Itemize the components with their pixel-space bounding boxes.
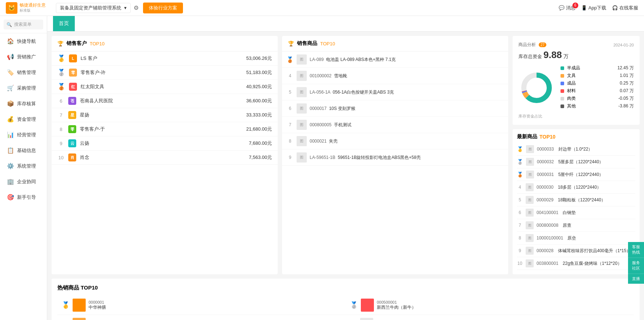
product-thumbnail: 图 xyxy=(526,234,534,242)
chart-icon: 📊 xyxy=(7,131,14,138)
customer-amount: 51,183.00元 xyxy=(246,69,272,76)
rank-number: 9 xyxy=(286,155,294,160)
search-menu-btn[interactable]: 🔍 搜索菜单 xyxy=(4,20,43,29)
sidebar-item-label: 新手引导 xyxy=(17,194,36,201)
sidebar-item-finance[interactable]: 💰 资金管理 xyxy=(0,111,47,127)
rank-number: 7 xyxy=(57,112,65,118)
new-product-row: 🥉 图 0000031 5厘中纤（1220*2440） xyxy=(517,168,635,181)
sidebar-item-marketing[interactable]: 📢 营销推广 xyxy=(0,49,47,65)
analysis-badge: 27 xyxy=(539,42,546,47)
product-name: 59651-1B旋转投影灯电池盒ABS黑色+58壳 xyxy=(337,155,421,160)
customer-badge: 肖 xyxy=(68,153,76,161)
dot-semifinished xyxy=(561,66,564,70)
customer-badge: 红 xyxy=(69,83,77,91)
customer-badge: 零 xyxy=(69,69,77,77)
system-name: 装备及固定资产辅助管理系统 xyxy=(60,5,121,11)
app-download-btn[interactable]: 📱 App下载 xyxy=(581,5,606,11)
sidebar-item-operation[interactable]: 📊 经营管理 xyxy=(0,127,47,143)
product-name: 手机测试 xyxy=(333,122,351,127)
product-info: 000800005 手机测试 xyxy=(310,122,504,128)
product-name: 18颗粒板（1220*2440） xyxy=(558,197,635,203)
sidebar-item-purchase[interactable]: 🛒 采购管理 xyxy=(0,80,47,96)
sidebar-item-guide[interactable]: 🎯 新手引导 xyxy=(0,189,47,205)
home-tab[interactable]: 首页 xyxy=(53,16,75,31)
search-icon: 🔍 xyxy=(7,22,12,27)
sales-table-row: 7 星 星扬 33,333.00元 xyxy=(52,108,278,122)
logo-badge: 标准版 xyxy=(20,8,46,13)
product-image: 图 xyxy=(297,136,307,146)
cart-icon: 🛒 xyxy=(7,85,14,91)
product-image: 图 xyxy=(297,71,307,81)
phone-icon: 📱 xyxy=(581,5,587,11)
sidebar-item-label: 快捷导航 xyxy=(17,38,36,45)
rank-number: 5 xyxy=(517,197,523,202)
product-code: 0000029 xyxy=(537,197,554,202)
chart-area: 半成品 12.45 万 文具 1.01 万 xyxy=(518,65,634,111)
product-code: LA-056-1A xyxy=(310,90,330,95)
hot-product-row: 🥉 0000002 智利车子里（规格不知道填什么） xyxy=(57,315,346,320)
rank-medal: 🥉 xyxy=(57,83,65,91)
sidebar-item-basic[interactable]: 📋 基础信息 xyxy=(0,143,47,158)
customer-amount: 21,680.00元 xyxy=(246,126,272,132)
customer-amount: 33,333.00元 xyxy=(246,112,272,118)
product-info: LA-089 电池盖 LA-089 ABS本色+黑种 7.1克 xyxy=(310,57,504,63)
product-table-row: 4 图 001000002 雪地靴 xyxy=(282,68,508,84)
sidebar-item-label: 营销推广 xyxy=(17,54,36,60)
service-btn[interactable]: 🎧 在线客服 xyxy=(612,5,638,11)
headset-icon: 🎧 xyxy=(612,5,618,11)
system-selector[interactable]: 装备及固定资产辅助管理系统 ▾ xyxy=(56,3,131,13)
dot-material xyxy=(561,89,564,93)
sales-table-row: 🥇 L LS 客户 53,006.26元 xyxy=(52,52,278,66)
product-table-row: 🥉 图 LA-089 电池盖 LA-089 ABS本色+黑种 7.1克 xyxy=(282,52,508,68)
message-icon: 💬 xyxy=(559,5,564,11)
hot-product-name: 中华神膳 xyxy=(89,304,341,311)
message-badge: 6 xyxy=(572,3,578,8)
hot-product-row: 4 图 01 45# xyxy=(346,315,634,320)
product-code: 003800001 xyxy=(537,261,558,266)
box-icon: 📦 xyxy=(7,100,14,107)
product-ranking-title: 销售商品 xyxy=(297,40,317,47)
hot-product-code: 000500001 xyxy=(377,300,629,304)
rank-number: 6 xyxy=(517,210,523,215)
community-btn[interactable]: 服务社区 xyxy=(628,258,644,274)
sidebar-item-label: 资金管理 xyxy=(17,116,36,123)
settings-icon[interactable]: ⚙ xyxy=(134,4,139,11)
product-thumbnail: 图 xyxy=(526,183,534,191)
logo-area: 🐱 畅捷通好生意 标准版 xyxy=(6,2,53,14)
hot-product-image xyxy=(73,299,86,312)
new-products-panel: 最新商品 TOP10 🥇 图 0000033 封边带（1.0*22） 🥈 图 0… xyxy=(513,129,640,274)
sidebar-search-area[interactable]: 🔍 搜索菜单 xyxy=(0,16,47,33)
product-info: LA-056-1A 056-1A白色按键开关盖ABS 3克 xyxy=(310,89,504,95)
product-name: 原垒 xyxy=(567,235,635,241)
dot-meat xyxy=(561,97,564,100)
product-thumbnail: 图 xyxy=(526,158,534,166)
product-name: 电池盖 LA-089 ABS本色+黑种 7.1克 xyxy=(325,57,396,62)
message-btn[interactable]: 💬 消息 6 xyxy=(559,5,575,11)
live-btn[interactable]: 直播 xyxy=(628,274,644,284)
sidebar-item-inventory[interactable]: 📦 库存核算 xyxy=(0,96,47,111)
rank-number: 6 xyxy=(286,106,294,111)
list-icon: 📋 xyxy=(7,147,14,154)
sidebar-item-sales[interactable]: 🏷️ 销售管理 xyxy=(0,65,47,80)
rank-number: 10 xyxy=(57,155,65,160)
customer-service-btn[interactable]: 客服热线 xyxy=(628,242,644,258)
product-name: 夹壳 xyxy=(328,139,338,144)
sidebar-item-company[interactable]: 🏢 企业协同 xyxy=(0,174,47,189)
customer-amount: 36,600.00元 xyxy=(246,98,272,104)
customer-name: 肖念 xyxy=(80,154,245,161)
sidebar-item-label: 经营管理 xyxy=(17,132,36,138)
customer-amount: 53,006.26元 xyxy=(246,55,272,62)
rank-number: 10 xyxy=(517,261,523,266)
new-product-row: 8 图 10000100001 原垒 xyxy=(517,232,635,245)
sidebar-item-label: 采购管理 xyxy=(17,85,36,91)
inventory-unit: 万 xyxy=(563,53,568,60)
sidebar-item-nav[interactable]: 🏠 快捷导航 xyxy=(0,33,47,49)
product-name: 056-1A白色按键开关盖ABS 3克 xyxy=(331,90,394,95)
sales-ranking-panel: 🏆 销售客户 TOP10 🥇 L LS 客户 53,006.26元 🥈 零 零售… xyxy=(52,36,278,274)
product-image: 图 xyxy=(297,54,307,65)
product-name: 10S 变刻罗猴 xyxy=(328,106,355,111)
trial-button[interactable]: 体验行业方案 xyxy=(143,3,183,13)
sidebar-item-system[interactable]: ⚙️ 系统管理 xyxy=(0,158,47,174)
dropdown-icon: ▾ xyxy=(124,5,127,11)
product-thumbnail: 图 xyxy=(526,145,534,153)
